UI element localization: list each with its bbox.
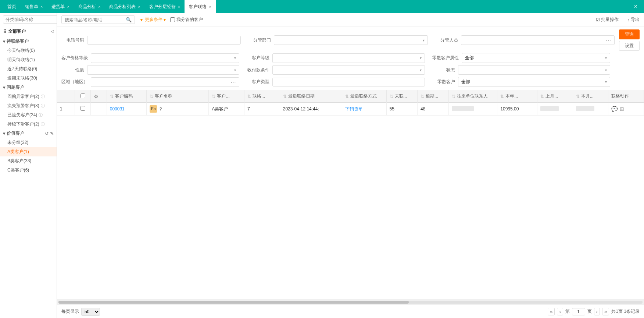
nav-customer-seg-close[interactable]: × xyxy=(178,4,180,9)
nav-customer-contact[interactable]: 客户联络 × xyxy=(185,0,215,13)
sidebar-item-lost[interactable]: 流失预警客户(3) ⓘ xyxy=(0,101,57,110)
page-first-btn[interactable]: « xyxy=(548,308,555,315)
row-1-chat-icon[interactable]: 💬 xyxy=(611,106,618,112)
row-1-lastway-link[interactable]: 下销货单 xyxy=(345,106,363,112)
sidebar-item-decline[interactable]: 持续下滑客户(2) ⓘ xyxy=(0,120,57,129)
filter-retail-input[interactable]: 全部 ▾ xyxy=(458,77,610,87)
sidebar-group-pending[interactable]: ▾ 待联络客户 xyxy=(0,37,57,46)
filter-payment: 收付款条件 ▾ xyxy=(247,65,425,75)
my-customers-check[interactable]: 我分管的客户 xyxy=(170,17,203,23)
col-num-header xyxy=(57,90,75,103)
nav-product-list-label: 商品分析列表 xyxy=(109,4,136,10)
page-input[interactable] xyxy=(572,308,585,315)
page-prev-btn[interactable]: ‹ xyxy=(557,308,563,315)
filter-dept-input[interactable]: ▾ xyxy=(274,35,427,45)
nav-product-list[interactable]: 商品分析列表 × xyxy=(105,0,144,13)
filter-retail-label: 零散客户 xyxy=(432,79,458,85)
sidebar-group-problem[interactable]: ▾ 问题客户 xyxy=(0,83,57,92)
query-button[interactable]: 查询 xyxy=(619,29,640,39)
filter-retail-arrow: ▾ xyxy=(605,80,607,84)
sidebar-item-repurchase[interactable]: 回购异常客户(2) ⓘ xyxy=(0,92,57,101)
filter-cust-level-input[interactable]: ▾ xyxy=(272,53,425,63)
sidebar-item-a-class[interactable]: A类客户(1) xyxy=(0,147,57,156)
nav-home[interactable]: 首页 xyxy=(3,0,21,13)
nav-sales[interactable]: 销售单 × xyxy=(21,0,47,13)
sidebar-item-7days[interactable]: 近7天待联络(0) xyxy=(0,64,57,74)
sidebar-collapse-btn[interactable]: ◁ xyxy=(51,29,54,34)
row-1-avatar: Ea xyxy=(150,105,157,113)
select-all-checkbox[interactable] xyxy=(80,93,85,98)
nav-home-label: 首页 xyxy=(7,4,16,10)
filter-search-input[interactable] xyxy=(65,17,126,22)
export-btn[interactable]: ↑ 导出 xyxy=(627,17,640,23)
filter-nature-input[interactable]: ▾ xyxy=(87,65,239,75)
filter-region-input[interactable]: ··· xyxy=(91,77,239,87)
horizontal-scrollbar[interactable] xyxy=(57,299,644,305)
settings-button[interactable]: 设置 xyxy=(619,41,640,51)
adv-filter-row2: 客户价格等级 ▾ 客户等级 ▾ 零散客户属性 xyxy=(61,53,640,63)
filter-status-input[interactable]: ▾ xyxy=(458,65,610,75)
sidebar: 🔍 ⠿ 全部客户 ◁ ▾ 待联络客户 今天待联络(0) 明天待联络(1) 近7天… xyxy=(0,13,57,318)
sidebar-group-pending-arrow: ▾ xyxy=(3,39,5,44)
export-icon: ↑ xyxy=(627,17,630,22)
sidebar-item-already-lost[interactable]: 已流失客户(24) ⓘ xyxy=(0,110,57,120)
filter-search-icon[interactable]: 🔍 xyxy=(126,17,132,22)
row-1-grid-icon[interactable]: ⊞ xyxy=(620,106,624,112)
scroll-thumb[interactable] xyxy=(58,301,409,304)
filter-person-dots: ··· xyxy=(606,37,611,43)
row-1-code[interactable]: 000031 xyxy=(107,103,147,116)
table-settings-gear[interactable]: ⚙ xyxy=(94,93,99,99)
sidebar-item-unclassified[interactable]: 未分组(32) xyxy=(0,138,57,147)
top-nav: 首页 销售单 × 进货单 × 商品分析 × 商品分析列表 × 客户分层经营 × … xyxy=(0,0,644,13)
nav-purchase[interactable]: 进货单 × xyxy=(47,0,74,13)
nav-customer-contact-close[interactable]: × xyxy=(209,4,211,9)
col-action-header: 联络动作 xyxy=(608,90,644,103)
col-name-label: 客户名称 xyxy=(155,93,172,99)
col-name-sort-icon: ⇅ xyxy=(150,94,153,99)
col-nocontact-header: ⇅ 未联... xyxy=(386,90,418,103)
filter-cust-type-input[interactable] xyxy=(272,78,425,86)
sidebar-item-b-class[interactable]: B类客户(33) xyxy=(0,156,57,166)
sidebar-group-value[interactable]: ▾ 价值客户 ↺ ✎ xyxy=(0,129,57,138)
sidebar-item-tomorrow[interactable]: 明天待联络(1) xyxy=(0,55,57,64)
filter-more-btn[interactable]: ▼ 更多条件 ▾ xyxy=(139,17,166,23)
filter-price-level-input[interactable]: ▾ xyxy=(91,53,239,63)
row-1-checkbox[interactable] xyxy=(80,106,85,111)
filter-retail-attr-label: 零散客户属性 xyxy=(432,55,462,61)
nav-product-close[interactable]: × xyxy=(98,4,100,9)
page-next-btn[interactable]: › xyxy=(594,308,600,315)
filter-status-arrow: ▾ xyxy=(605,68,607,72)
col-contact-label: 联络... xyxy=(253,93,265,99)
filter-retail-attr-input[interactable]: 全部 ▾ xyxy=(462,53,610,63)
col-action-label: 联络动作 xyxy=(611,93,629,99)
nav-product[interactable]: 商品分析 × xyxy=(74,0,105,13)
sidebar-item-7days-label: 近7天待联络(0) xyxy=(7,66,37,72)
sidebar-item-c-class[interactable]: C类客户(6) xyxy=(0,166,57,175)
page-last-btn[interactable]: » xyxy=(602,308,609,315)
sidebar-item-today[interactable]: 今天待联络(0) xyxy=(0,46,57,55)
batch-op-btn[interactable]: ☑ 批量操作 xyxy=(596,17,619,23)
pagination: « ‹ 第 页 › » 共1页 1条记录 xyxy=(548,308,640,315)
nav-customer-seg[interactable]: 客户分层经营 × xyxy=(145,0,185,13)
sidebar-search-input[interactable] xyxy=(3,15,57,24)
nav-product-list-close[interactable]: × xyxy=(138,4,140,9)
filter-phone-input[interactable] xyxy=(87,36,241,45)
filter-price-level-arrow: ▾ xyxy=(234,56,236,60)
filter-person-input[interactable]: ··· xyxy=(461,35,615,45)
nav-sales-close[interactable]: × xyxy=(40,4,43,9)
col-overdue-sort-icon: ⇅ xyxy=(421,94,424,99)
sidebar-value-refresh-icon[interactable]: ↺ xyxy=(45,131,49,136)
sidebar-value-edit-icon[interactable]: ✎ xyxy=(50,131,54,136)
filter-payment-input[interactable]: ▾ xyxy=(272,65,425,75)
col-person-label: 往来单位联系人 xyxy=(457,93,488,99)
my-customers-checkbox[interactable] xyxy=(170,17,175,22)
col-thisyear-sort-icon: ⇅ xyxy=(500,94,504,99)
filter-region-label: 区域（地区） xyxy=(61,79,91,85)
nav-customer-contact-label: 客户联络 xyxy=(189,4,207,10)
page-size-select[interactable]: 20 50 100 xyxy=(81,308,100,316)
row-1-code-link[interactable]: 000031 xyxy=(110,106,125,112)
nav-purchase-close[interactable]: × xyxy=(67,4,69,9)
sidebar-all-customers[interactable]: ⠿ 全部客户 ◁ xyxy=(0,26,57,37)
sidebar-item-overdue[interactable]: 逾期未联络(30) xyxy=(0,74,57,83)
top-nav-close[interactable]: × xyxy=(630,3,641,10)
